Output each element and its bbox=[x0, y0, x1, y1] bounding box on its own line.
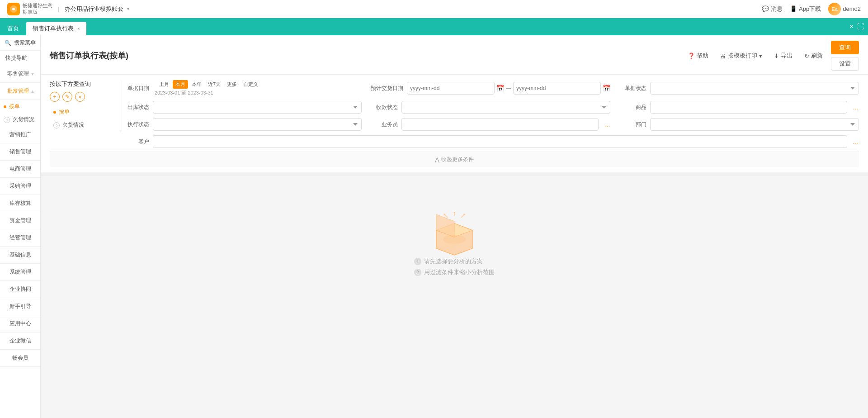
date-tab-last-month[interactable]: 上月 bbox=[156, 80, 172, 89]
settings-btn[interactable]: 设置 bbox=[831, 57, 859, 71]
salesperson-input[interactable] bbox=[401, 118, 599, 131]
sidebar-arrow-retail: ▼ bbox=[30, 71, 35, 76]
date-field: 单据日期 上月 本月 本年 近7天 更多 自定义 bbox=[122, 80, 362, 96]
date-end-input[interactable] bbox=[513, 82, 601, 95]
sidebar-item-system[interactable]: 系统管理 bbox=[0, 264, 40, 281]
status-label: 单据状态 bbox=[619, 85, 646, 92]
tab-expand-btn[interactable]: ⛶ bbox=[857, 18, 864, 35]
sidebar-item-ecommerce[interactable]: 电商管理 bbox=[0, 161, 40, 178]
top-header: 畅捷通好生意 标准版 | 办公用品行业模拟账套 ▾ 💬 消息 📱 App下载 E… bbox=[0, 0, 868, 18]
sidebar-item-newbie[interactable]: 新手引导 bbox=[0, 298, 40, 315]
date-tab-this-year[interactable]: 本年 bbox=[189, 80, 204, 89]
cal-icon-start[interactable]: 📅 bbox=[496, 85, 504, 92]
help-icon: ❓ bbox=[688, 52, 695, 59]
goods-more-btn[interactable]: … bbox=[853, 104, 859, 111]
date-start-input[interactable] bbox=[407, 82, 495, 95]
sidebar-item-corpwechat[interactable]: 企业微信 bbox=[0, 332, 40, 350]
goods-input[interactable] bbox=[650, 101, 847, 114]
download-icon: 📱 bbox=[790, 5, 797, 12]
date-tab-more[interactable]: 更多 bbox=[224, 80, 240, 89]
search-icon: 🔍 bbox=[5, 40, 11, 46]
sidebar-item-enterprise[interactable]: 企业协同 bbox=[0, 281, 40, 298]
svg-point-9 bbox=[463, 214, 465, 215]
breadcrumb-dropdown-icon[interactable]: ▾ bbox=[127, 6, 129, 11]
sidebar-item-vip[interactable]: 畅会员 bbox=[0, 350, 40, 367]
collection-select[interactable] bbox=[401, 101, 610, 114]
date-tab-custom[interactable]: 自定义 bbox=[241, 80, 261, 89]
help-btn[interactable]: ❓ 帮助 bbox=[684, 50, 712, 62]
add-scheme-btn[interactable]: + bbox=[50, 92, 60, 102]
salesperson-field: 业务员 … bbox=[371, 118, 610, 131]
refresh-icon: ↻ bbox=[804, 52, 809, 59]
sidebar-item-finance[interactable]: 资金管理 bbox=[0, 212, 40, 229]
date-separator: — bbox=[506, 85, 511, 91]
salesperson-more-btn[interactable]: … bbox=[604, 121, 610, 128]
print-btn[interactable]: 🖨 按模板打印 ▾ bbox=[717, 50, 766, 62]
empty-state: 1 请先选择要分析的方案 2 用过滤条件来缩小分析范围 bbox=[41, 176, 868, 315]
sidebar-item-marketing[interactable]: 营销推广 bbox=[0, 126, 40, 143]
sidebar-search[interactable]: 🔍 搜索菜单 bbox=[0, 35, 40, 51]
search-btn[interactable]: 查询 bbox=[831, 41, 859, 54]
sidebar-item-appstore[interactable]: 应用中心 bbox=[0, 315, 40, 332]
date-label: 单据日期 bbox=[122, 85, 149, 92]
customer-input[interactable] bbox=[153, 135, 847, 148]
refresh-btn[interactable]: ↻ 刷新 bbox=[801, 50, 826, 62]
message-action[interactable]: 💬 消息 bbox=[762, 5, 783, 13]
empty-steps: 1 请先选择要分析的方案 2 用过滤条件来缩小分析范围 bbox=[414, 257, 495, 279]
print-dropdown-icon: ▾ bbox=[759, 52, 762, 59]
department-select[interactable] bbox=[650, 118, 859, 131]
filter-row-2: 出库状态 收款状态 商品 bbox=[122, 101, 859, 114]
tab-close-btn[interactable]: × bbox=[77, 26, 80, 31]
scheme-nav-order[interactable]: 按单 bbox=[50, 105, 116, 119]
date-tab-7days[interactable]: 近7天 bbox=[205, 80, 223, 89]
shipment-field: 出库状态 bbox=[122, 101, 362, 114]
customer-label: 客户 bbox=[122, 138, 149, 146]
page-header: 销售订单执行表(按单) ❓ 帮助 🖨 按模板打印 ▾ ⬇ 导出 ↻ 刷新 bbox=[41, 35, 868, 75]
sidebar-sub-order[interactable]: 按单 bbox=[0, 100, 40, 113]
expected-date-field: 预计交货日期 📅 — 📅 bbox=[371, 80, 610, 96]
print-icon: 🖨 bbox=[720, 52, 726, 59]
edit-scheme-btn[interactable]: ✎ bbox=[62, 92, 72, 102]
tab-home[interactable]: 首页 bbox=[1, 22, 25, 35]
sidebar-item-quick-nav[interactable]: 快捷导航 bbox=[0, 51, 40, 66]
filter-row-4: 客户 … bbox=[122, 135, 859, 148]
tab-bar-right: × ⛶ bbox=[849, 18, 868, 35]
date-hint: 2023-03-01 至 2023-03-31 bbox=[155, 90, 213, 96]
sidebar: 🔍 搜索菜单 快捷导航 零售管理 ▼ 批发管理 ▲ 按单 ○ 欠货情况 营销推广… bbox=[0, 35, 41, 418]
section-divider bbox=[41, 172, 868, 176]
cal-icon-end[interactable]: 📅 bbox=[603, 85, 610, 92]
collapse-scheme-btn[interactable]: « bbox=[75, 92, 85, 102]
shipment-select[interactable] bbox=[153, 101, 362, 114]
date-tab-this-month[interactable]: 本月 bbox=[173, 80, 188, 89]
sidebar-sub-debt[interactable]: ○ 欠货情况 bbox=[0, 113, 40, 126]
user-menu[interactable]: Ea demo2 bbox=[828, 3, 861, 15]
goods-label: 商品 bbox=[619, 104, 646, 111]
sidebar-item-sales[interactable]: 销售管理 bbox=[0, 143, 40, 161]
collapse-icon: ⋀ bbox=[435, 157, 439, 163]
content-area: 销售订单执行表(按单) ❓ 帮助 🖨 按模板打印 ▾ ⬇ 导出 ↻ 刷新 bbox=[41, 35, 868, 418]
sidebar-item-retail[interactable]: 零售管理 ▼ bbox=[0, 66, 40, 83]
sidebar-item-purchase[interactable]: 采购管理 bbox=[0, 178, 40, 195]
department-label: 部门 bbox=[619, 121, 646, 128]
filter-scheme-title: 按以下方案查询 bbox=[50, 80, 116, 88]
export-btn[interactable]: ⬇ 导出 bbox=[770, 50, 796, 62]
execution-label: 执行状态 bbox=[122, 121, 149, 128]
filter-sidebar-actions: + ✎ « bbox=[50, 92, 116, 102]
breadcrumb-text: 办公用品行业模拟账套 bbox=[65, 5, 123, 13]
filter-row-3: 执行状态 业务员 … 部门 bbox=[122, 118, 859, 131]
customer-more-btn[interactable]: … bbox=[853, 138, 859, 145]
status-select[interactable] bbox=[650, 82, 859, 95]
sidebar-item-operations[interactable]: 经营管理 bbox=[0, 229, 40, 247]
sidebar-item-basic[interactable]: 基础信息 bbox=[0, 247, 40, 264]
tab-close-window-btn[interactable]: × bbox=[849, 18, 854, 35]
collection-field: 收款状态 bbox=[371, 101, 610, 114]
salesperson-label: 业务员 bbox=[371, 121, 398, 128]
expected-date-label: 预计交货日期 bbox=[371, 85, 403, 92]
execution-select[interactable] bbox=[153, 118, 362, 131]
sidebar-item-inventory[interactable]: 库存核算 bbox=[0, 195, 40, 212]
sidebar-item-wholesale[interactable]: 批发管理 ▲ bbox=[0, 83, 40, 100]
app-download-action[interactable]: 📱 App下载 bbox=[790, 5, 821, 13]
collapse-bar[interactable]: ⋀ 收起更多条件 bbox=[50, 152, 859, 167]
tab-sales-order[interactable]: 销售订单执行表 × bbox=[26, 22, 86, 35]
scheme-nav-debt[interactable]: ○ 欠货情况 bbox=[50, 119, 116, 132]
